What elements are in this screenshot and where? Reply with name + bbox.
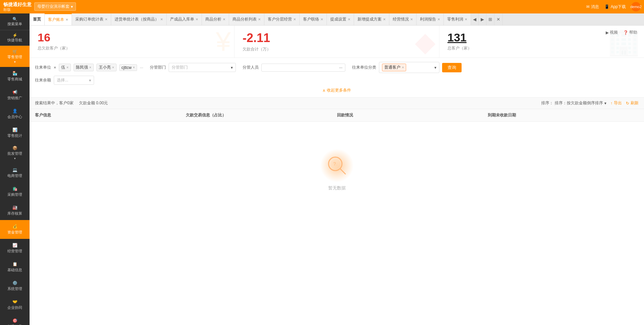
chevron-down-icon: ▾ <box>71 4 73 9</box>
tab-profit-report[interactable]: 利润报告 ✕ <box>417 13 444 26</box>
sidebar-item-retail-mall[interactable]: 🏪 零售商城 <box>0 67 30 86</box>
unit-type-select[interactable]: 普通客户 × ▾ <box>379 62 439 73</box>
tab-close-retail-profit[interactable]: ✕ <box>465 17 467 21</box>
refresh-icon: ↻ <box>626 101 629 106</box>
sidebar-item-system-mgmt[interactable]: ⚙️ 系统管理 <box>0 277 30 295</box>
tab-customer-tier[interactable]: 客户分层经营 ✕ <box>264 13 300 26</box>
enterprise-coop-icon: 🤝 <box>12 299 17 304</box>
content-area: 首页 客户账本 ✕ 采购订单统计表 ✕ 进货单统计表（按商品） ✕ 产成品入库单… <box>30 13 644 325</box>
tab-stock-stats[interactable]: 进货单统计表（按商品） ✕ <box>111 13 167 26</box>
messages-button[interactable]: ✉ 消息 <box>586 4 599 10</box>
tag-cjttcw-close[interactable]: × <box>133 66 135 69</box>
sidebar-search[interactable]: 🔍 搜索菜单 <box>0 13 30 30</box>
sort-select[interactable]: 排序： 排序：按欠款金额倒序排序 ▾ <box>541 100 606 106</box>
tab-close-operations[interactable]: ✕ <box>410 17 413 21</box>
tab-close-raise-settings[interactable]: ✕ <box>348 17 350 21</box>
tab-close-customer-tier[interactable]: ✕ <box>293 17 296 21</box>
tag-wang[interactable]: 王小亮 × <box>96 64 117 71</box>
col-due-date: 到期未收款日期 <box>488 112 639 118</box>
tab-customer-book[interactable]: 客户账本 ✕ <box>45 13 72 26</box>
svg-line-1 <box>340 169 345 174</box>
sidebar-item-retail-stats[interactable]: 📊 零售统计 <box>0 123 30 142</box>
tab-close-cost-in[interactable]: ✕ <box>196 17 198 21</box>
balance-label: 往来余额 <box>35 77 51 83</box>
stat-bg-building-icon: 🏢 <box>607 26 641 58</box>
tab-retail-profit[interactable]: 零售利润 ✕ <box>444 13 471 26</box>
filter-collapse-row: ∧ 收起更多条件 <box>35 87 639 93</box>
tab-close-customer-contact[interactable]: ✕ <box>320 17 323 21</box>
more-tags-btn[interactable]: ··· <box>140 65 143 70</box>
tab-cost-in[interactable]: 产成品入库单 ✕ <box>167 13 202 26</box>
tabs-more[interactable]: ⊞ <box>486 13 495 26</box>
tag-wang-close[interactable]: × <box>112 66 114 69</box>
tab-close-goods-analysis[interactable]: ✕ <box>223 17 225 21</box>
inventory-icon: 🏭 <box>12 205 17 210</box>
tag-chen-close[interactable]: × <box>89 66 91 69</box>
sidebar-item-marketing[interactable]: 📢 营销推广 <box>0 86 30 105</box>
search-debt-text: 欠款金额 0.00元 <box>79 100 108 106</box>
col-repayment: 回款情况 <box>337 112 488 118</box>
table-header: 客户信息 欠款交易信息（占比） 回款情况 到期未收款日期 <box>30 109 644 122</box>
tab-close-customer-book[interactable]: ✕ <box>66 18 68 22</box>
sidebar-quick-nav[interactable]: ⚡ 快捷导航 <box>0 30 30 46</box>
person-select[interactable]: ··· <box>261 64 345 72</box>
message-icon: ✉ <box>586 4 590 9</box>
tab-close-new-raise-plan[interactable]: ✕ <box>383 17 386 21</box>
tabs-close-all[interactable]: ✕ <box>495 13 503 26</box>
tab-purchase-stats[interactable]: 采购订单统计表 ✕ <box>72 13 111 26</box>
collapse-button[interactable]: ∧ 收起更多条件 <box>323 87 351 93</box>
tab-close-goods-analysis-list[interactable]: ✕ <box>258 17 261 21</box>
tab-operations[interactable]: 经营情况 ✕ <box>389 13 417 26</box>
refresh-button[interactable]: ↻ 刷新 <box>626 100 639 106</box>
stat-total-customers: 131 总客户（家） 🏢 <box>439 26 644 58</box>
tag-cjttcw[interactable]: cjttcw × <box>119 64 137 71</box>
sidebar-item-new-guide[interactable]: 🎯 新手引导 <box>0 314 30 325</box>
total-customers-label: 总客户（家） <box>447 45 472 51</box>
tab-close-stock-stats[interactable]: ✕ <box>160 17 163 21</box>
tab-customer-contact[interactable]: 客户联络 ✕ <box>300 13 327 26</box>
sidebar-item-basic-info[interactable]: 📋 基础信息 <box>0 258 30 277</box>
sidebar-item-inventory[interactable]: 🏭 库存核算 <box>0 201 30 220</box>
tab-close-purchase-stats[interactable]: ✕ <box>105 17 108 21</box>
sidebar-item-enterprise-coop[interactable]: 🤝 企业协同 <box>0 295 30 314</box>
sidebar-item-retail-mgmt[interactable]: 🛒 零售管理 ▾ <box>0 46 30 67</box>
sidebar-item-finance-mgmt[interactable]: 💰 资金管理 <box>0 220 30 239</box>
empty-label: 暂无数据 <box>328 185 346 191</box>
person-label: 分管人员 <box>243 65 259 70</box>
tab-home[interactable]: 首页 <box>30 13 45 26</box>
balance-select[interactable]: 选择... ▾ <box>54 76 94 85</box>
dept-select[interactable]: 分管部门 ▾ <box>169 63 236 72</box>
unit-type-tag-close[interactable]: × <box>402 66 404 69</box>
tab-goods-analysis-list[interactable]: 商品分析列表 ✕ <box>229 13 264 26</box>
sidebar-item-purchase-mgmt[interactable]: 🛍️ 采购管理 <box>0 182 30 201</box>
search-info-right: 排序： 排序：按欠款金额倒序排序 ▾ ↑ 导出 ↻ 刷新 <box>541 100 639 106</box>
total-customers-value: 131 <box>447 31 472 44</box>
retail-mall-icon: 🏪 <box>12 71 17 76</box>
sidebar-item-ecommerce[interactable]: 💻 电商管理 <box>0 164 30 182</box>
sidebar-item-member-center[interactable]: 👤 会员中心 <box>0 105 30 123</box>
tag-wu-close[interactable]: × <box>67 66 69 69</box>
tabs-scroll-right[interactable]: ▶ <box>479 13 486 26</box>
tab-goods-analysis[interactable]: 商品分析 ✕ <box>202 13 229 26</box>
marketing-icon: 📢 <box>12 90 17 95</box>
tab-raise-settings[interactable]: 提成设置 ✕ <box>327 13 354 26</box>
tabs-scroll-left[interactable]: ◀ <box>471 13 479 26</box>
filter-row-1: 往来单位 × 伍 × 陈民强 × 王小亮 × <box>35 62 639 73</box>
tag-chen[interactable]: 陈民强 × <box>74 64 94 71</box>
wholesale-icon: 📦 <box>12 146 17 150</box>
tab-new-raise-plan[interactable]: 新增提成方案 ✕ <box>354 13 389 26</box>
unit-type-tag[interactable]: 普通客户 × <box>382 64 406 71</box>
sidebar-item-wholesale-mgmt[interactable]: 📦 批发管理 ▾ <box>0 142 30 164</box>
tab-close-profit-report[interactable]: ✕ <box>437 17 440 21</box>
tag-wu[interactable]: 伍 × <box>59 64 71 71</box>
filter-row-2: 往来余额 选择... ▾ <box>35 76 639 85</box>
filters-section: 往来单位 × 伍 × 陈民强 × 王小亮 × <box>30 58 644 98</box>
app-download-button[interactable]: 📱 App下载 <box>604 4 626 10</box>
user-avatar[interactable]: demo2 <box>631 2 641 11</box>
sidebar-item-operations-mgmt[interactable]: 📈 经营管理 <box>0 239 30 258</box>
industry-select[interactable]: 母婴行业演示帐套 ▾ <box>34 2 76 11</box>
debt-customers-value: 16 <box>38 31 70 44</box>
query-button[interactable]: 查询 <box>442 63 462 72</box>
col-customer-info: 客户信息 <box>35 112 186 118</box>
export-button[interactable]: ↑ 导出 <box>610 100 622 106</box>
